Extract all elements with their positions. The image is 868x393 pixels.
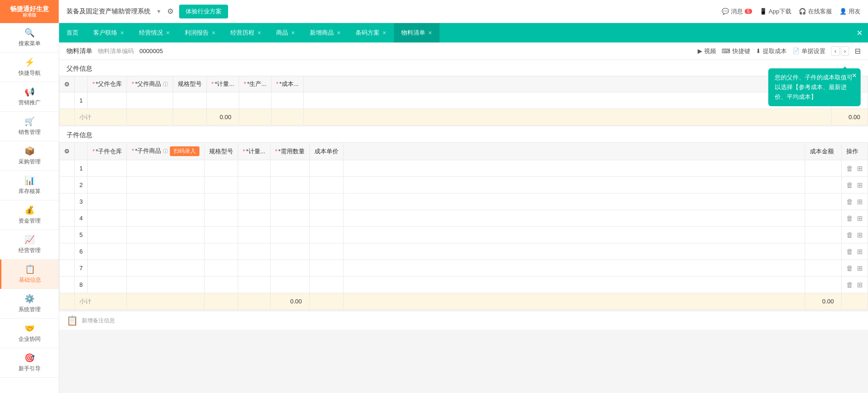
- sidebar-item-search[interactable]: 🔍 搜索菜单: [0, 23, 59, 53]
- user-button[interactable]: 👤 用友: [839, 7, 861, 16]
- tab-operations[interactable]: 经营情况 ✕: [132, 23, 177, 42]
- page-code-value: 0000005: [139, 48, 163, 54]
- grid-view-icon[interactable]: ⊟: [855, 47, 861, 55]
- app-download-button[interactable]: 📱 App下载: [760, 7, 791, 16]
- sidebar-item-finance-label: 资金管理: [18, 217, 41, 225]
- delete-icon-row4[interactable]: 🗑: [846, 214, 853, 223]
- tooltip-close-button[interactable]: ✕: [852, 71, 857, 81]
- tab-barcode[interactable]: 条码方案 ✕: [348, 23, 394, 42]
- copy-icon-row1[interactable]: ⊞: [857, 164, 863, 173]
- tab-history[interactable]: 经营历程 ✕: [223, 23, 269, 42]
- tab-profit[interactable]: 利润报告 ✕: [177, 23, 223, 42]
- tab-goods[interactable]: 商品 ✕: [269, 23, 302, 42]
- tab-newgoods[interactable]: 新增商品 ✕: [302, 23, 348, 42]
- child-row1-unitprice[interactable]: [309, 160, 343, 177]
- tab-barcode-close[interactable]: ✕: [382, 30, 386, 36]
- delete-icon-row6[interactable]: 🗑: [846, 248, 853, 256]
- sidebar-item-basicinfo[interactable]: 📋 基础信息: [0, 260, 59, 289]
- sidebar-item-system[interactable]: ⚙️ 系统管理: [0, 289, 59, 319]
- parent-row-1: 1: [60, 92, 868, 109]
- nav-close-all-button[interactable]: ✕: [851, 29, 868, 37]
- copy-icon-row2[interactable]: ⊞: [857, 181, 863, 189]
- child-row-3: 3 🗑 ⊞: [60, 193, 868, 210]
- copy-icon-row7[interactable]: ⊞: [857, 264, 863, 272]
- sidebar-item-inventory[interactable]: 📊 库存核算: [0, 171, 59, 200]
- sidebar-logo: 畅捷通好生意 标准版: [0, 0, 59, 23]
- gear-button[interactable]: ⚙: [167, 7, 174, 16]
- page-code-label: 物料清单编码: [98, 47, 134, 55]
- shortcut-button[interactable]: ⌨ 快捷键: [722, 47, 750, 55]
- child-row1-unit[interactable]: [238, 160, 270, 177]
- sidebar-item-guide[interactable]: 🎯 新手引导: [0, 348, 59, 378]
- copy-icon-row8[interactable]: ⊞: [857, 281, 863, 289]
- view-video-button[interactable]: ▶ 视频: [698, 47, 716, 55]
- extract-cost-button[interactable]: ⬇ 提取成本: [756, 47, 787, 55]
- copy-icon-row5[interactable]: ⊞: [857, 231, 863, 239]
- sidebar-item-purchase[interactable]: 📦 采购管理: [0, 141, 59, 171]
- child-subtotal-amount: 0.00: [270, 293, 309, 310]
- prev-arrow[interactable]: ‹: [831, 46, 839, 56]
- child-row1-spec[interactable]: [204, 160, 238, 177]
- sidebar-item-marketing[interactable]: 📢 营销推广: [0, 82, 59, 112]
- extract-cost-label: 提取成本: [763, 47, 787, 55]
- tab-home[interactable]: 首页: [59, 23, 86, 42]
- tab-customer-close[interactable]: ✕: [120, 30, 124, 36]
- tab-customer[interactable]: 客户联络 ✕: [86, 23, 132, 42]
- child-row2-goods[interactable]: [127, 177, 204, 193]
- child-row-4: 4 🗑 ⊞: [60, 210, 868, 227]
- delete-icon-row2[interactable]: 🗑: [846, 181, 853, 189]
- tab-history-close[interactable]: ✕: [257, 30, 261, 36]
- message-button[interactable]: 💬 消息 6: [722, 7, 752, 16]
- copy-icon-row4[interactable]: ⊞: [857, 214, 863, 223]
- parent-row1-goods[interactable]: [127, 92, 173, 109]
- delete-icon-row8[interactable]: 🗑: [846, 281, 853, 289]
- marketing-icon: 📢: [24, 87, 35, 97]
- child-col-num: [75, 143, 88, 160]
- sidebar-item-operations[interactable]: 📈 经营管理: [0, 230, 59, 260]
- sidebar-item-finance[interactable]: 💰 资金管理: [0, 200, 59, 230]
- collab-icon: 🤝: [24, 323, 35, 333]
- tab-bom[interactable]: 物料清单 ✕: [394, 23, 440, 42]
- parent-subtotal-label: 小计: [75, 109, 127, 126]
- parent-row1-spacer: [304, 92, 832, 109]
- child-col-warehouse: *子件仓库: [88, 143, 127, 160]
- add-note-icon: 📋: [66, 315, 78, 326]
- sidebar-item-sales[interactable]: 🛒 销售管理: [0, 112, 59, 141]
- copy-icon-row3[interactable]: ⊞: [857, 198, 863, 206]
- child-row2-warehouse[interactable]: [88, 177, 127, 193]
- delete-icon-row5[interactable]: 🗑: [846, 231, 853, 239]
- system-dropdown-arrow[interactable]: ▼: [156, 8, 162, 15]
- sidebar-item-system-label: 系统管理: [18, 306, 41, 314]
- sidebar-item-collab[interactable]: 🤝 企业协同: [0, 319, 59, 348]
- tab-newgoods-close[interactable]: ✕: [337, 30, 341, 36]
- copy-icon-row6[interactable]: ⊞: [857, 248, 863, 256]
- sidebar-item-purchase-label: 采购管理: [18, 158, 41, 166]
- delete-icon-row1[interactable]: 🗑: [846, 164, 853, 173]
- tab-newgoods-label: 新增商品: [310, 29, 334, 37]
- play-icon: ▶: [698, 48, 702, 54]
- single-settings-button[interactable]: 📄 单据设置: [792, 47, 826, 55]
- parent-row1-spec[interactable]: [173, 92, 207, 109]
- tab-profit-close[interactable]: ✕: [211, 30, 216, 36]
- parent-row1-cost[interactable]: [271, 92, 304, 109]
- tab-goods-close[interactable]: ✕: [291, 30, 295, 36]
- parent-row1-warehouse[interactable]: [88, 92, 127, 109]
- child-row1-warehouse[interactable]: [88, 160, 127, 177]
- sidebar-item-quicknav[interactable]: ⚡ 快捷导航: [0, 53, 59, 82]
- delete-icon-row3[interactable]: 🗑: [846, 198, 853, 206]
- parent-row1-unit[interactable]: [207, 92, 239, 109]
- child-row1-qty[interactable]: [270, 160, 309, 177]
- scan-button[interactable]: 扫码录入: [170, 146, 199, 156]
- add-note-text[interactable]: 新增备注信息: [82, 317, 115, 325]
- tab-bom-close[interactable]: ✕: [428, 30, 432, 36]
- online-service-button[interactable]: 🎧 在线客服: [799, 7, 832, 16]
- extract-icon: ⬇: [756, 48, 761, 54]
- child-row1-goods[interactable]: [127, 160, 204, 177]
- parent-row1-produce[interactable]: [239, 92, 271, 109]
- phone-icon: 📱: [760, 8, 767, 15]
- operations-icon: 📈: [24, 235, 35, 245]
- tab-operations-close[interactable]: ✕: [166, 30, 170, 36]
- next-arrow[interactable]: ›: [841, 46, 849, 56]
- delete-icon-row7[interactable]: 🗑: [846, 264, 853, 272]
- experience-button[interactable]: 体验行业方案: [179, 5, 228, 18]
